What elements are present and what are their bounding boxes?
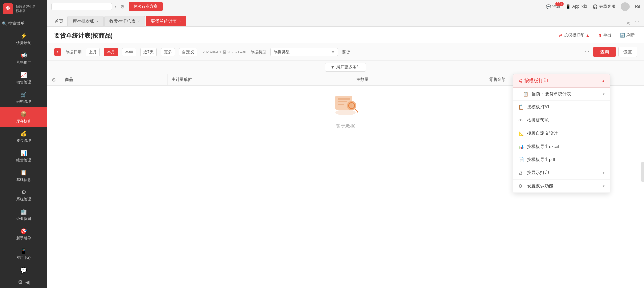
dropdown-template-export-excel[interactable]: 📊 按模板导出excel <box>513 140 610 153</box>
basic-info-icon: 📋 <box>20 169 27 176</box>
table-settings-icon[interactable]: ⚙ <box>52 77 56 83</box>
avatar[interactable] <box>621 2 630 11</box>
collapse-icon[interactable]: ◀ <box>25 279 29 285</box>
sidebar-item-sales[interactable]: 📈 销售管理 <box>0 68 47 88</box>
expand-more-bar: ▼ 展开更多条件 <box>47 61 644 74</box>
tab-home[interactable]: 首页 <box>51 16 67 26</box>
table-col-unit: 主计量单位 <box>167 74 352 86</box>
svg-line-7 <box>355 109 358 112</box>
sidebar-item-operations[interactable]: 📊 经营管理 <box>0 147 47 166</box>
doc-type-select[interactable]: 单据类型 <box>270 48 338 56</box>
sidebar-item-app-center[interactable]: 📱 应用中心 <box>0 244 47 264</box>
export-excel-icon: 📊 <box>518 144 524 149</box>
main-area: ▾ ⚙ 体验行业方案 💬 消息 99+ 📱 App下载 🎧 在线客服 Rit 首… <box>47 0 644 288</box>
dropdown-template-custom[interactable]: 📐 模板自定义设计 <box>513 127 610 140</box>
expand-more-button[interactable]: ▼ 展开更多条件 <box>325 63 366 72</box>
dropdown-template-preview[interactable]: 👁 按模板预览 <box>513 114 610 127</box>
sidebar-item-marketing[interactable]: 📢 营销推广 <box>0 49 47 68</box>
prev-month-btn[interactable]: 上月 <box>86 48 100 56</box>
refresh-btn[interactable]: 🔄 刷新 <box>617 31 637 39</box>
dropdown-template-print[interactable]: 📋 按模板打印 <box>513 101 610 114</box>
dropdown-close-btn[interactable]: ▲ <box>601 78 605 83</box>
refresh-label: 刷新 <box>626 32 635 38</box>
window-close-btn[interactable]: ✕ <box>625 20 631 26</box>
header-gear-icon[interactable]: ⚙ <box>120 4 125 9</box>
sidebar-item-inventory[interactable]: 📦 库存核算 <box>0 107 47 127</box>
window-maximize-btn[interactable]: ⛶ <box>634 20 640 26</box>
quick-nav-icon: ⚡ <box>20 33 27 39</box>
default-settings-icon: ⚙ <box>518 183 524 189</box>
settings-footer-icon[interactable]: ⚙ <box>18 279 23 285</box>
enterprise-wechat-icon: 💬 <box>20 267 27 274</box>
tab-collection-summary-close[interactable]: × <box>138 19 140 23</box>
tab-inventory-batch[interactable]: 库存批次账 × <box>67 16 104 26</box>
messages-badge: 99+ <box>555 2 564 6</box>
trial-button[interactable]: 体验行业方案 <box>129 2 163 11</box>
tab-inventory-batch-close[interactable]: × <box>96 19 98 23</box>
finance-icon: 💰 <box>20 130 27 137</box>
template-custom-icon: 📐 <box>518 131 524 136</box>
sidebar-footer: ⚙ ◀ <box>0 276 47 288</box>
table-col-settings[interactable]: ⚙ <box>47 74 61 86</box>
app-download-item[interactable]: 📱 App下载 <box>566 4 587 9</box>
sidebar-item-guide[interactable]: 🎯 新手引导 <box>0 225 47 244</box>
enterprise-label: 企业协同 <box>16 216 31 221</box>
page-actions: 🖨 按模板打印 ▲ ⬆ 导出 🔄 刷新 <box>556 31 637 39</box>
dropdown-default-settings[interactable]: ⚙ 设置默认功能 ▾ <box>513 180 610 193</box>
messages-item[interactable]: 💬 消息 99+ <box>546 4 560 9</box>
display-print-label: 按显示打印 <box>527 170 549 176</box>
window-controls: ✕ ⛶ <box>625 20 640 26</box>
current-month-btn[interactable]: 本月 <box>104 48 118 56</box>
sidebar-item-quick-nav[interactable]: ⚡ 快捷导航 <box>0 29 47 49</box>
sidebar-item-purchase[interactable]: 🛒 采购管理 <box>0 88 47 107</box>
search-label: 搜索菜单 <box>8 21 25 26</box>
export-excel-label: 按模板导出excel <box>527 143 559 150</box>
tab-collection-summary[interactable]: 收发存汇总表 × <box>104 16 145 26</box>
svg-point-0 <box>335 110 356 115</box>
system-icon: ⚙ <box>21 189 26 195</box>
search-icon: 🔍 <box>2 21 7 26</box>
guide-icon: 🎯 <box>20 228 27 234</box>
header-right: 💬 消息 99+ 📱 App下载 🎧 在线客服 Rit <box>546 2 640 11</box>
order-type-filter-label: 要货 <box>342 49 350 55</box>
tab-collection-summary-label: 收发存汇总表 <box>109 18 136 24</box>
header-dropdown-arrow-icon[interactable]: ▾ <box>115 5 116 8</box>
custom-date-btn[interactable]: 自定义 <box>179 48 197 56</box>
message-icon: 💬 <box>546 4 551 9</box>
table-col-quantity: 主数量 <box>352 74 485 86</box>
filter-expand-button[interactable]: › <box>54 48 61 56</box>
sidebar-item-enterprise[interactable]: 🏢 企业协同 <box>0 205 47 225</box>
online-service-item[interactable]: 🎧 在线客服 <box>593 4 615 9</box>
print-template-btn[interactable]: 🖨 按模板打印 ▲ <box>556 31 592 39</box>
sidebar-search[interactable]: 🔍 搜索菜单 <box>0 18 47 29</box>
purchase-label: 采购管理 <box>16 99 31 104</box>
current-year-btn[interactable]: 本年 <box>122 48 136 56</box>
dropdown-display-print[interactable]: 🖨 按显示打印 ▾ <box>513 166 610 180</box>
dropdown-template-export-pdf[interactable]: 📄 按模板导出pdf <box>513 153 610 166</box>
logo-text: 畅康通好生意 标准版 <box>16 4 36 13</box>
tab-bar: 首页 库存批次账 × 收发存汇总表 × 要货单统计表 × ✕ ⛶ <box>47 13 644 27</box>
page-title-bar: 要货单统计表(按商品) 🖨 按模板打印 ▲ ⬆ 导出 🔄 刷新 <box>47 27 644 43</box>
svg-rect-2 <box>338 98 350 100</box>
template-preview-label: 按模板预览 <box>527 117 549 123</box>
sidebar-item-enterprise-wechat[interactable]: 💬 企业微信 <box>0 264 47 276</box>
last7days-btn[interactable]: 近7天 <box>140 48 157 56</box>
more-options-icon[interactable]: ··· <box>584 47 591 57</box>
header-search-input[interactable] <box>51 3 112 10</box>
tab-order-stats[interactable]: 要货单统计表 × <box>146 16 186 26</box>
query-button[interactable]: 查询 <box>593 47 616 57</box>
settings-button[interactable]: 设置 <box>618 47 637 57</box>
sidebar-nav: ⚡ 快捷导航 📢 营销推广 📈 销售管理 🛒 采购管理 📦 库存核算 💰 资金管… <box>0 29 47 276</box>
tab-order-stats-close[interactable]: × <box>179 19 181 23</box>
print-arrow-icon: ▲ <box>586 33 590 38</box>
dropdown-current-item[interactable]: 📋 当前：要货单统计表 ▾ <box>513 88 610 101</box>
right-scrollbar[interactable] <box>641 162 644 182</box>
sidebar-item-system[interactable]: ⚙ 系统管理 <box>0 186 47 205</box>
more-date-btn[interactable]: 更多 <box>161 48 175 56</box>
sidebar-item-basic-info[interactable]: 📋 基础信息 <box>0 166 47 186</box>
app-logo: 业 畅康通好生意 标准版 <box>0 0 47 18</box>
marketing-icon: 📢 <box>20 52 27 59</box>
tab-inventory-batch-label: 库存批次账 <box>72 18 94 24</box>
sidebar-item-finance[interactable]: 💰 资金管理 <box>0 127 47 147</box>
export-btn[interactable]: ⬆ 导出 <box>596 31 614 39</box>
